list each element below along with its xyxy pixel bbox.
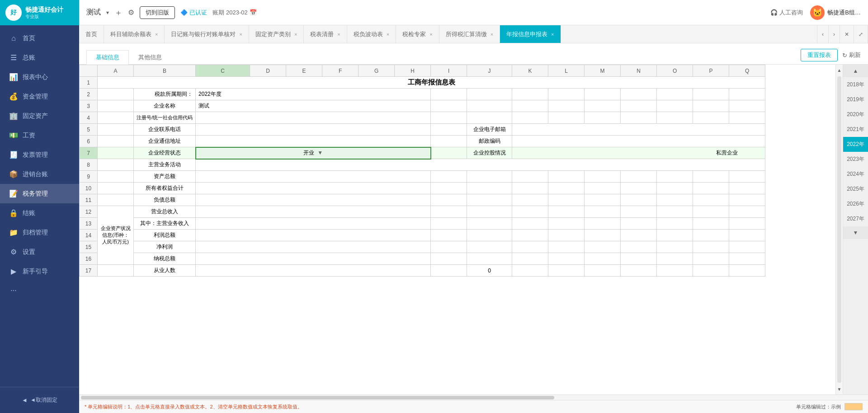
cell-n16[interactable] xyxy=(621,253,657,265)
sidebar-item-settings[interactable]: ⚙ 设置 xyxy=(0,242,79,262)
tab-taxwave-close[interactable]: × xyxy=(387,32,389,37)
cell-o13[interactable] xyxy=(657,218,693,230)
year-item-2020[interactable]: 2020年 xyxy=(843,107,868,122)
cell-j2[interactable] xyxy=(467,89,512,100)
year-item-2021[interactable]: 2021年 xyxy=(843,122,868,137)
cell-j12[interactable] xyxy=(467,206,512,218)
cell-n9[interactable] xyxy=(621,171,657,183)
cell-i7[interactable] xyxy=(431,147,467,159)
cell-p17[interactable] xyxy=(693,265,729,277)
tab-annual-close[interactable]: × xyxy=(551,32,554,37)
cell-l11[interactable] xyxy=(548,194,585,206)
cell-l16[interactable] xyxy=(548,253,585,265)
topbar-plus-btn[interactable]: ＋ xyxy=(114,7,123,18)
cell-p14[interactable] xyxy=(693,230,729,241)
cell-o2[interactable] xyxy=(657,89,693,100)
cell-i3[interactable] xyxy=(431,100,467,112)
tab-home[interactable]: 首页 xyxy=(79,25,104,43)
tab-next-btn[interactable]: › xyxy=(829,25,840,43)
year-item-2018[interactable]: 2018年 xyxy=(843,77,868,92)
cell-j9[interactable] xyxy=(467,171,512,183)
cell-k4[interactable] xyxy=(512,112,548,124)
cell-p4[interactable] xyxy=(693,112,729,124)
cell-c16[interactable] xyxy=(196,253,431,265)
cell-q9[interactable] xyxy=(729,171,765,183)
cell-l14[interactable] xyxy=(548,230,585,241)
cell-l9[interactable] xyxy=(548,171,585,183)
cell-m17[interactable] xyxy=(585,265,621,277)
cell-k5[interactable] xyxy=(512,124,765,136)
cell-n12[interactable] xyxy=(621,206,657,218)
cell-n10[interactable] xyxy=(621,183,657,194)
cell-n3[interactable] xyxy=(621,100,657,112)
cell-c7-dropdown[interactable]: 开业 ▼ xyxy=(196,147,431,159)
cell-l2[interactable] xyxy=(548,89,585,100)
tab-taxwave[interactable]: 税负波动表 × xyxy=(347,25,396,43)
cell-p13[interactable] xyxy=(693,218,729,230)
cell-k17[interactable] xyxy=(512,265,548,277)
cell-m4[interactable] xyxy=(585,112,621,124)
cell-n13[interactable] xyxy=(621,218,657,230)
sidebar-item-extra[interactable]: ··· xyxy=(0,281,79,300)
cell-q2[interactable] xyxy=(729,89,765,100)
cell-m10[interactable] xyxy=(585,183,621,194)
cell-j14[interactable] xyxy=(467,230,512,241)
sub-tab-basic[interactable]: 基础信息 xyxy=(86,50,129,65)
cell-l4[interactable] xyxy=(548,112,585,124)
cell-l12[interactable] xyxy=(548,206,585,218)
sub-tab-other[interactable]: 其他信息 xyxy=(129,50,171,64)
cell-p16[interactable] xyxy=(693,253,729,265)
cell-i6[interactable] xyxy=(431,136,467,147)
cell-k7[interactable]: 私营企业 xyxy=(512,147,765,159)
cell-j17[interactable]: 0 xyxy=(467,265,512,277)
cell-c13[interactable] xyxy=(196,218,431,230)
cell-q16[interactable] xyxy=(729,253,765,265)
cell-l10[interactable] xyxy=(548,183,585,194)
cell-o11[interactable] xyxy=(657,194,693,206)
scroll-down-btn[interactable]: ▼ xyxy=(836,384,843,394)
v-scrollbar[interactable]: ▲ ▼ xyxy=(835,65,843,394)
cell-o15[interactable] xyxy=(657,241,693,253)
sidebar-item-funds[interactable]: 💰 资金管理 xyxy=(0,87,79,106)
cell-k13[interactable] xyxy=(512,218,548,230)
cell-m15[interactable] xyxy=(585,241,621,253)
cell-i16[interactable] xyxy=(431,253,467,265)
cell-j15[interactable] xyxy=(467,241,512,253)
cell-k10[interactable] xyxy=(512,183,548,194)
cell-q11[interactable] xyxy=(729,194,765,206)
cell-i14[interactable] xyxy=(431,230,467,241)
topbar-dropdown-arrow[interactable]: ▾ xyxy=(106,9,109,16)
cell-n17[interactable] xyxy=(621,265,657,277)
year-item-2024[interactable]: 2024年 xyxy=(843,167,868,182)
cell-c14[interactable] xyxy=(196,230,431,241)
consult-btn[interactable]: 🎧 人工咨询 xyxy=(770,9,803,17)
cell-i12[interactable] xyxy=(431,206,467,218)
sidebar-item-assets[interactable]: 🏢 固定资产 xyxy=(0,106,79,126)
cell-k16[interactable] xyxy=(512,253,548,265)
tab-prev-btn[interactable]: ‹ xyxy=(817,25,829,43)
year-item-2022[interactable]: 2022年 xyxy=(843,137,868,152)
cell-k12[interactable] xyxy=(512,206,548,218)
cell-q10[interactable] xyxy=(729,183,765,194)
sidebar-item-close[interactable]: 🔒 结账 xyxy=(0,203,79,223)
cell-l15[interactable] xyxy=(548,241,585,253)
cell-i13[interactable] xyxy=(431,218,467,230)
tab-aux-close[interactable]: × xyxy=(155,32,158,37)
refresh-btn[interactable]: ↻ 刷新 xyxy=(842,51,861,59)
cell-c2[interactable]: 2022年度 xyxy=(196,89,431,100)
cell-m14[interactable] xyxy=(585,230,621,241)
tab-fixed-close[interactable]: × xyxy=(294,32,297,37)
cancel-fixed-btn[interactable]: ◄ ◄取消固定 xyxy=(0,392,79,408)
cell-p12[interactable] xyxy=(693,206,729,218)
sheet-title-cell[interactable]: 工商年报信息表 xyxy=(98,77,765,89)
tab-income[interactable]: 所得税汇算清缴 × xyxy=(439,25,500,43)
sidebar-item-inout[interactable]: 📦 进销台账 xyxy=(0,164,79,184)
cell-k2[interactable] xyxy=(512,89,548,100)
calendar-icon[interactable]: 📅 xyxy=(250,9,257,16)
cell-j11[interactable] xyxy=(467,194,512,206)
cell-m13[interactable] xyxy=(585,218,621,230)
cell-m2[interactable] xyxy=(585,89,621,100)
tab-taxcheck-close[interactable]: × xyxy=(429,32,432,37)
tab-fixed[interactable]: 固定资产类别 × xyxy=(249,25,304,43)
sidebar-item-invoice[interactable]: 🧾 发票管理 xyxy=(0,145,79,164)
